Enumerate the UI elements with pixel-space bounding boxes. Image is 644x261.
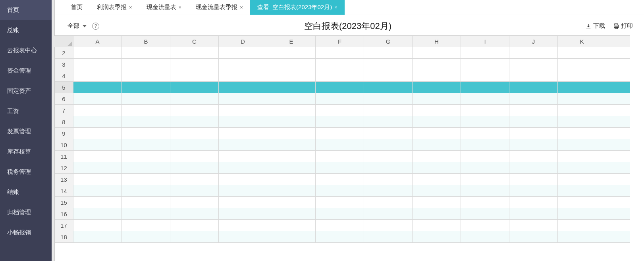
cell[interactable] (606, 139, 630, 151)
row-header-4[interactable]: 4 (54, 70, 73, 82)
close-icon[interactable]: × (129, 4, 132, 10)
sidebar-item-6[interactable]: 发票管理 (0, 121, 52, 142)
cell[interactable] (219, 185, 267, 197)
cell[interactable] (73, 70, 122, 82)
cell[interactable] (606, 174, 630, 185)
cell[interactable] (364, 93, 413, 105)
cell[interactable] (73, 47, 122, 59)
row-header-5[interactable]: 5 (54, 82, 73, 93)
cell[interactable] (316, 185, 364, 197)
cell[interactable] (461, 93, 509, 105)
cell[interactable] (461, 208, 509, 220)
cell[interactable] (267, 47, 316, 59)
cell[interactable] (558, 151, 606, 162)
cell[interactable] (606, 93, 630, 105)
column-header-J[interactable]: J (509, 36, 558, 47)
cell[interactable] (364, 47, 413, 59)
cell[interactable] (170, 231, 219, 243)
cell[interactable] (364, 105, 413, 116)
cell[interactable] (219, 82, 267, 93)
row-header-6[interactable]: 6 (54, 93, 73, 105)
row-header-10[interactable]: 10 (54, 139, 73, 151)
cell[interactable] (267, 208, 316, 220)
cell[interactable] (364, 70, 413, 82)
column-header-A[interactable]: A (73, 36, 122, 47)
cell[interactable] (267, 105, 316, 116)
help-icon[interactable]: ? (92, 23, 99, 30)
cell[interactable] (122, 231, 170, 243)
cell[interactable] (606, 208, 630, 220)
cell[interactable] (122, 82, 170, 93)
cell[interactable] (73, 231, 122, 243)
cell[interactable] (122, 220, 170, 231)
cell[interactable] (364, 82, 413, 93)
row-header-13[interactable]: 13 (54, 174, 73, 185)
cell[interactable] (413, 231, 461, 243)
cell[interactable] (364, 116, 413, 128)
cell[interactable] (509, 59, 558, 70)
cell[interactable] (558, 208, 606, 220)
cell[interactable] (509, 82, 558, 93)
cell[interactable] (606, 151, 630, 162)
cell[interactable] (219, 59, 267, 70)
filter-dropdown[interactable]: 全部 (67, 22, 87, 30)
cell[interactable] (122, 139, 170, 151)
cell[interactable] (461, 231, 509, 243)
sidebar-item-3[interactable]: 资金管理 (0, 61, 52, 81)
cell[interactable] (170, 185, 219, 197)
cell[interactable] (219, 231, 267, 243)
cell[interactable] (364, 220, 413, 231)
cell[interactable] (606, 197, 630, 208)
tab-1[interactable]: 利润表季报× (90, 0, 139, 15)
select-all-corner[interactable] (54, 36, 73, 47)
cell[interactable] (461, 70, 509, 82)
cell[interactable] (122, 47, 170, 59)
cell[interactable] (170, 220, 219, 231)
cell[interactable] (461, 116, 509, 128)
cell[interactable] (509, 116, 558, 128)
cell[interactable] (267, 185, 316, 197)
cell[interactable] (509, 185, 558, 197)
cell[interactable] (316, 220, 364, 231)
cell[interactable] (606, 82, 630, 93)
cell[interactable] (122, 128, 170, 139)
cell[interactable] (558, 82, 606, 93)
row-header-16[interactable]: 16 (54, 208, 73, 220)
cell[interactable] (558, 59, 606, 70)
sidebar-item-10[interactable]: 归档管理 (0, 202, 52, 223)
cell[interactable] (461, 139, 509, 151)
cell[interactable] (267, 139, 316, 151)
row-header-11[interactable]: 11 (54, 151, 73, 162)
cell[interactable] (170, 197, 219, 208)
cell[interactable] (461, 151, 509, 162)
cell[interactable] (316, 116, 364, 128)
cell[interactable] (509, 162, 558, 174)
cell[interactable] (170, 174, 219, 185)
cell[interactable] (170, 82, 219, 93)
cell[interactable] (413, 82, 461, 93)
cell[interactable] (316, 231, 364, 243)
cell[interactable] (267, 116, 316, 128)
cell[interactable] (267, 59, 316, 70)
cell[interactable] (73, 139, 122, 151)
cell[interactable] (122, 185, 170, 197)
tab-0[interactable]: 首页 (64, 0, 90, 15)
cell[interactable] (461, 47, 509, 59)
cell[interactable] (606, 128, 630, 139)
cell[interactable] (73, 105, 122, 116)
sidebar-item-4[interactable]: 固定资产 (0, 81, 52, 101)
column-header-F[interactable]: F (316, 36, 364, 47)
cell[interactable] (606, 162, 630, 174)
cell[interactable] (122, 116, 170, 128)
sidebar-item-0[interactable]: 首页 (0, 0, 52, 20)
print-button[interactable]: 打印 (613, 22, 633, 30)
cell[interactable] (413, 162, 461, 174)
cell[interactable] (606, 231, 630, 243)
cell[interactable] (219, 47, 267, 59)
cell[interactable] (267, 231, 316, 243)
cell[interactable] (73, 162, 122, 174)
cell[interactable] (219, 93, 267, 105)
cell[interactable] (461, 185, 509, 197)
cell[interactable] (219, 197, 267, 208)
cell[interactable] (558, 185, 606, 197)
